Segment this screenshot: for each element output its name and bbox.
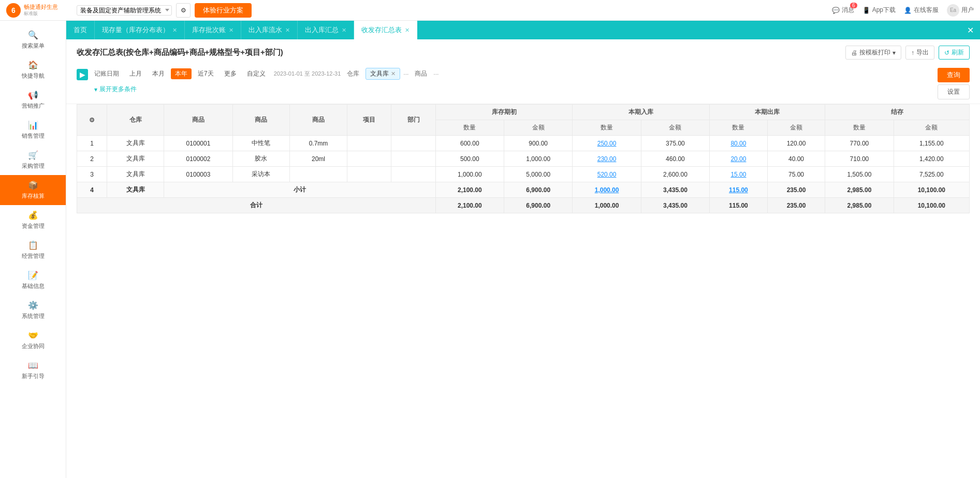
row-out-amt: 40.00	[767, 151, 825, 167]
sidebar-item-search[interactable]: 🔍 搜索菜单	[0, 25, 66, 55]
table-body: 1 文具库 0100001 中性笔 0.7mm 600.00 900.00 25…	[77, 136, 970, 198]
date-btn-this-year[interactable]: 本年	[171, 68, 192, 79]
date-btn-this-month[interactable]: 本月	[148, 68, 169, 79]
sidebar-item-operation[interactable]: 📋 经营管理	[0, 235, 66, 265]
export-button[interactable]: ↑ 导出	[905, 46, 934, 60]
tab-home[interactable]: 首页	[66, 21, 95, 39]
logo-area: 6 畅捷通好生意 标准版	[6, 3, 72, 18]
table-footer: 合计 2,100.00 6,900.00 1,000.00 3,435.00 1…	[77, 198, 970, 213]
tab-batch-close[interactable]: ✕	[229, 27, 233, 34]
sidebar-item-purchase[interactable]: 🛒 采购管理	[0, 145, 66, 175]
row-no: 2	[77, 151, 107, 167]
sidebar-item-inventory[interactable]: 📦 库存核算	[0, 175, 66, 205]
system-selector[interactable]: 装备及固定资产辅助管理系统	[77, 5, 172, 16]
tab-recv-summary[interactable]: 收发存汇总表 ✕	[354, 21, 417, 39]
filter-settings-button[interactable]: 设置	[938, 84, 970, 99]
row-open-qty: 1,000.00	[435, 167, 504, 182]
warehouse-tag[interactable]: 文具库 ✕	[365, 68, 400, 80]
user-button[interactable]: Ea 用户	[947, 4, 974, 17]
date-btn-more[interactable]: 更多	[220, 68, 241, 79]
row-no: 1	[77, 136, 107, 151]
sidebar-item-finance[interactable]: 💰 资金管理	[0, 205, 66, 235]
total-out-qty: 115.00	[710, 198, 768, 213]
service-icon: 👤	[904, 7, 912, 14]
sidebar-item-quicknav[interactable]: 🏠 快捷导航	[0, 55, 66, 85]
row-in-amt: 375.00	[641, 136, 709, 151]
sidebar: 🔍 搜索菜单 🏠 快捷导航 📢 营销推广 📊 销售管理 🛒 采购管理 📦 库存核…	[0, 21, 66, 478]
sidebar-item-collab-label: 企业协同	[22, 342, 45, 350]
col-goods-spec-header: 商品	[289, 105, 347, 136]
page-content: 收发存汇总表(按仓库+商品编码+商品+规格型号+项目+部门) 🖨 按模板打印 ▾…	[66, 39, 980, 478]
row-in-qty[interactable]: 230.00	[573, 151, 641, 167]
col-closing-qty-header: 数量	[825, 120, 894, 136]
system-icon: ⚙️	[28, 300, 38, 310]
sidebar-item-sales-label: 销售管理	[22, 132, 45, 140]
filter-bar: ▶ 记账日期 上月 本月 本年 近7天 更多 自定义 2023-01-01 至 …	[66, 64, 980, 104]
date-btn-custom[interactable]: 自定义	[243, 68, 270, 79]
col-in-amt-header: 金额	[641, 120, 709, 136]
col-settings-header: ⚙	[77, 105, 107, 136]
tab-inout-flow[interactable]: 出入库流水 ✕	[241, 21, 298, 39]
col-out-amt-header: 金额	[767, 120, 825, 136]
print-button[interactable]: 🖨 按模板打印 ▾	[845, 46, 901, 60]
sidebar-item-basic[interactable]: 📝 基础信息	[0, 265, 66, 295]
tab-recv-summary-close[interactable]: ✕	[405, 27, 409, 34]
tab-inout-flow-label: 出入库流水	[248, 25, 282, 35]
tab-batch[interactable]: 库存批次账 ✕	[185, 21, 241, 39]
table-container: ⚙ 仓库 商品 商品 商品 项目 部门 库存期初 本期入库 本期出库 结存	[66, 104, 980, 224]
trial-button[interactable]: 体验行业方案	[195, 3, 252, 18]
tab-inventory-dist-close[interactable]: ✕	[172, 27, 177, 34]
tab-bar-close-button[interactable]: ✕	[961, 25, 980, 35]
tab-inout-summary[interactable]: 出入库汇总 ✕	[298, 21, 354, 39]
finance-icon: 💰	[28, 210, 38, 220]
settings-gear-button[interactable]: ⚙	[176, 3, 191, 18]
sales-icon: 📊	[28, 120, 38, 130]
row-out-qty[interactable]: 80.00	[710, 136, 768, 151]
subtotal-out-qty[interactable]: 115.00	[710, 182, 768, 198]
subtotal-in-qty[interactable]: 1,000.00	[573, 182, 641, 198]
sidebar-item-marketing[interactable]: 📢 营销推广	[0, 85, 66, 115]
query-button[interactable]: 查询	[938, 68, 970, 82]
goods-ellipsis[interactable]: ···	[433, 70, 438, 78]
sidebar-item-collab[interactable]: 🤝 企业协同	[0, 325, 66, 355]
refresh-label: 刷新	[952, 48, 964, 57]
warehouse-tag-close[interactable]: ✕	[391, 70, 396, 77]
marketing-icon: 📢	[28, 90, 38, 100]
basic-icon: 📝	[28, 270, 38, 280]
warehouse-ellipsis[interactable]: ···	[403, 70, 408, 78]
subtotal-warehouse: 文具库	[107, 182, 164, 198]
date-btn-7days[interactable]: 近7天	[194, 68, 218, 79]
col-project-header: 项目	[347, 105, 391, 136]
sidebar-item-system[interactable]: ⚙️ 系统管理	[0, 295, 66, 325]
tab-inout-summary-close[interactable]: ✕	[342, 27, 346, 34]
filter-row-expand: ▾ 展开更多条件	[94, 83, 931, 96]
row-in-qty[interactable]: 520.00	[573, 167, 641, 182]
message-button[interactable]: 💬 消息 6	[832, 6, 854, 15]
row-goods-code: 0100002	[164, 151, 232, 167]
tab-bar: 首页 现存量（库存分布表） ✕ 库存批次账 ✕ 出入库流水 ✕ 出入库汇总 ✕ …	[66, 21, 980, 39]
operation-icon: 📋	[28, 240, 38, 250]
total-in-qty: 1,000.00	[573, 198, 641, 213]
app-download-button[interactable]: 📱 App下载	[862, 6, 896, 15]
row-in-amt: 460.00	[641, 151, 709, 167]
filter-toggle-button[interactable]: ▶	[77, 69, 88, 80]
tab-inventory-dist[interactable]: 现存量（库存分布表） ✕	[95, 21, 185, 39]
row-out-amt: 120.00	[767, 136, 825, 151]
row-out-qty[interactable]: 15.00	[710, 167, 768, 182]
row-warehouse: 文具库	[107, 167, 164, 182]
expand-more-btn[interactable]: ▾ 展开更多条件	[94, 83, 137, 96]
filter-content: 记账日期 上月 本月 本年 近7天 更多 自定义 2023-01-01 至 20…	[94, 68, 931, 96]
row-out-qty[interactable]: 20.00	[710, 151, 768, 167]
print-label: 按模板打印	[859, 48, 890, 57]
sidebar-item-sales[interactable]: 📊 销售管理	[0, 115, 66, 145]
table-row: 2 文具库 0100002 胶水 20ml 500.00 1,000.00 23…	[77, 151, 970, 167]
row-out-amt: 75.00	[767, 167, 825, 182]
row-in-qty[interactable]: 250.00	[573, 136, 641, 151]
logo-text: 畅捷通好生意	[24, 3, 58, 10]
row-close-amt: 1,155.00	[894, 136, 969, 151]
service-button[interactable]: 👤 在线客服	[904, 6, 939, 15]
sidebar-item-guide[interactable]: 📖 新手引导	[0, 355, 66, 385]
tab-inout-flow-close[interactable]: ✕	[285, 27, 290, 34]
date-btn-last-month[interactable]: 上月	[125, 68, 146, 79]
refresh-button[interactable]: ↺ 刷新	[939, 46, 970, 60]
